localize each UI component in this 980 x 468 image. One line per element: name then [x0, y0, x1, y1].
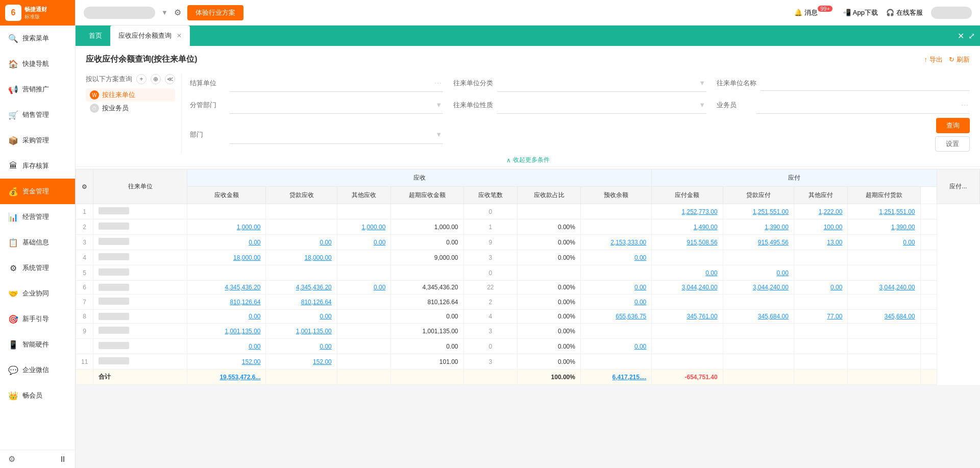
- inventory-icon: 🏛: [8, 161, 18, 170]
- footer-ar-overdue: [391, 370, 463, 385]
- table-row: 3 0.000.000.000.0090.00%2,153,333.00915,…: [76, 235, 980, 250]
- partner-category-input[interactable]: [498, 75, 699, 90]
- filter-scheme-container: 按以下方案查询 + ⊕ ≪ W 按往来单位 ⏱ 按业务员: [76, 69, 980, 154]
- sidebar-item-hardware[interactable]: 📱 智能硬件: [0, 332, 75, 357]
- sales-icon: 🛒: [8, 110, 18, 120]
- sidebar-label-nav: 快捷导航: [22, 59, 49, 68]
- sidebar-item-finance[interactable]: 💰 资金管理: [0, 179, 75, 204]
- table-row: 4 18,000.0018,000.009,000.0030.00%0.00: [76, 250, 980, 265]
- refresh-label: 刷新: [957, 55, 970, 64]
- scheme-label-partner: 按往来单位: [102, 90, 135, 100]
- sidebar-label-finance: 资金管理: [22, 187, 49, 196]
- department-dropdown-icon[interactable]: ▼: [435, 131, 442, 138]
- online-service-btn[interactable]: 🎧 在线客服: [886, 8, 923, 17]
- sidebar-item-sales[interactable]: 🛒 销售管理: [0, 102, 75, 128]
- sidebar-item-wechat[interactable]: 💬 企业微信: [0, 357, 75, 383]
- filter-fields: 结算单位 ··· 往来单位分类 ▼: [190, 74, 970, 154]
- system-icon: ⚙: [8, 263, 18, 273]
- topbar-actions: 🔔 消息 99+ 📲 App下载 🎧 在线客服: [794, 7, 972, 19]
- footer-ap-overdue: [848, 370, 920, 385]
- salesperson-input[interactable]: [757, 97, 961, 112]
- sidebar-label-collab: 企业协同: [22, 289, 49, 298]
- page-content: 应收应付余额查询(按往来单位) ↑ 导出 ↻ 刷新: [76, 46, 980, 468]
- collapse-scheme-btn[interactable]: ≪: [165, 74, 175, 84]
- settings-filter-btn[interactable]: 设置: [935, 136, 970, 152]
- filter-spacer-1: [453, 118, 706, 152]
- sidebar-item-guide[interactable]: 🎯 新手引导: [0, 306, 75, 332]
- dept-manager-dropdown-icon[interactable]: ▼: [435, 101, 442, 109]
- filter-partner-name: 往来单位名称: [717, 74, 970, 92]
- app-download-btn[interactable]: 📲 App下载: [843, 8, 878, 17]
- settings-bottom-icon[interactable]: ⚙: [8, 454, 15, 464]
- tab-home[interactable]: 首页: [81, 26, 110, 46]
- refresh-btn[interactable]: ↻ 刷新: [949, 55, 970, 64]
- filter-row-1: 结算单位 ··· 往来单位分类 ▼: [190, 74, 970, 92]
- topbar-dropdown-icon[interactable]: ▼: [161, 9, 168, 16]
- footer-ap-credit: [723, 370, 794, 385]
- sidebar-item-search[interactable]: 🔍 搜索菜单: [0, 26, 75, 51]
- footer-ar-count: [463, 370, 518, 385]
- logo-text: 畅捷通财: [24, 6, 47, 13]
- sidebar-item-collab[interactable]: 🤝 企业协同: [0, 281, 75, 306]
- sidebar-label-search: 搜索菜单: [22, 34, 49, 43]
- export-btn[interactable]: ↑ 导出: [924, 55, 943, 64]
- table-wrapper[interactable]: ⚙ 往来单位 应收 应付 应付... 应收金额 贷款应收 其他应收: [76, 169, 980, 385]
- sidebar-label-marketing: 营销推广: [22, 85, 49, 94]
- sidebar-item-management[interactable]: 📊 经营管理: [0, 204, 75, 230]
- th-ap-other: 其他应付: [794, 187, 848, 204]
- salesperson-dots-icon[interactable]: ···: [961, 101, 969, 109]
- department-input[interactable]: [231, 127, 435, 142]
- app-download-label: App下载: [853, 8, 878, 17]
- table-gear-icon[interactable]: ⚙: [82, 183, 87, 190]
- collapse-icon[interactable]: ⏸: [59, 455, 67, 464]
- partner-nature-input[interactable]: [498, 97, 699, 112]
- footer-ar-amount[interactable]: 19,553,472,6...: [187, 370, 266, 385]
- download-icon: 📲: [843, 9, 851, 16]
- footer-ar-other: [337, 370, 391, 385]
- sidebar-item-marketing[interactable]: 📢 营销推广: [0, 77, 75, 102]
- th-ap-overdue: 超期应付货款: [848, 187, 920, 204]
- add-scheme-btn[interactable]: +: [136, 74, 146, 84]
- industry-btn[interactable]: 体验行业方案: [187, 5, 243, 20]
- th-ar-advance: 预收余额: [580, 187, 651, 204]
- filter-salesperson: 业务员 ···: [717, 96, 970, 114]
- partner-nature-dropdown-icon[interactable]: ▼: [699, 101, 705, 109]
- home-icon: 🏠: [8, 59, 18, 69]
- sidebar-item-nav[interactable]: 🏠 快捷导航: [0, 51, 75, 77]
- footer-ar-advance[interactable]: 6,417,215....: [580, 370, 651, 385]
- sidebar-item-basic[interactable]: 📋 基础信息: [0, 230, 75, 255]
- tab-ar-query[interactable]: 应收应付余额查询 ✕: [110, 26, 190, 46]
- notification-badge: 99+: [818, 6, 832, 12]
- th-ap-more: 应付...: [937, 169, 979, 204]
- sidebar-item-member[interactable]: 👑 畅会员: [0, 383, 75, 408]
- sidebar-item-purchase[interactable]: 📦 采购管理: [0, 128, 75, 153]
- partner-name-input[interactable]: [761, 76, 970, 91]
- footer-ar-ratio: 100.00%: [518, 370, 581, 385]
- company-selector[interactable]: [84, 7, 155, 19]
- wechat-icon: 💬: [8, 365, 18, 375]
- th-gear: ⚙: [76, 169, 93, 204]
- collapse-icon: ∧: [506, 157, 511, 164]
- scheme-by-partner[interactable]: W 按往来单位: [86, 88, 175, 102]
- service-icon: 🎧: [886, 9, 894, 16]
- tab-close-icon[interactable]: ✕: [177, 32, 182, 39]
- sidebar-label-hardware: 智能硬件: [22, 340, 49, 349]
- tab-close-window-btn[interactable]: ✕: [958, 31, 964, 41]
- settlement-dots-icon[interactable]: ···: [434, 79, 442, 87]
- query-btn[interactable]: 查询: [936, 118, 970, 133]
- partner-category-dropdown-icon[interactable]: ▼: [699, 79, 705, 87]
- filter-settlement: 结算单位 ···: [190, 74, 443, 92]
- tab-expand-btn[interactable]: ⤢: [968, 31, 975, 41]
- sidebar-item-system[interactable]: ⚙ 系统管理: [0, 255, 75, 281]
- config-scheme-btn[interactable]: ⊕: [151, 74, 161, 84]
- settings-icon[interactable]: ⚙: [174, 8, 181, 17]
- management-icon: 📊: [8, 212, 18, 222]
- sidebar-item-inventory[interactable]: 🏛 库存核算: [0, 153, 75, 179]
- scheme-by-salesperson[interactable]: ⏱ 按业务员: [86, 102, 175, 115]
- settlement-input[interactable]: [231, 75, 434, 90]
- tabbar-right: ✕ ⤢: [958, 31, 975, 41]
- user-avatar[interactable]: [931, 7, 972, 19]
- dept-manager-input[interactable]: [231, 97, 435, 112]
- notification-btn[interactable]: 🔔 消息 99+: [794, 8, 835, 17]
- collapse-more-btn[interactable]: ∧ 收起更多条件: [506, 156, 550, 164]
